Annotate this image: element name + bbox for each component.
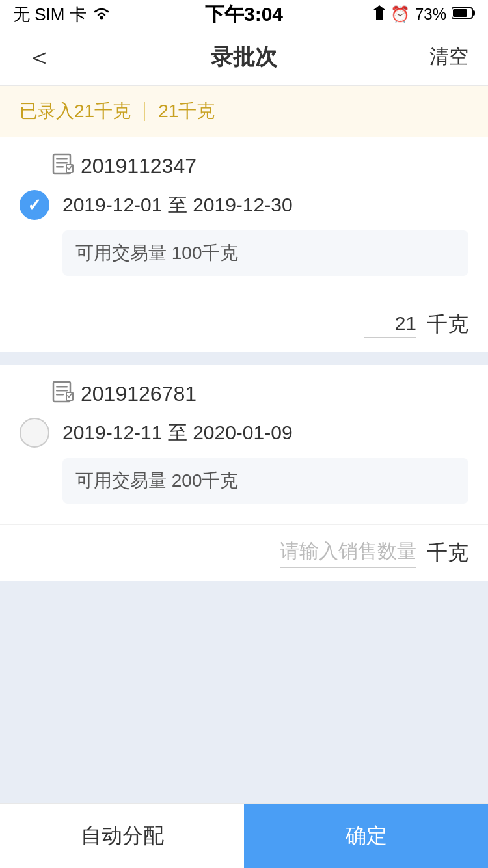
total-amount: 21千克 [158, 99, 215, 124]
section-divider [0, 352, 488, 365]
radio-2[interactable] [20, 418, 49, 448]
nav-bar: ＜ 录批次 清空 [0, 29, 488, 86]
batch-volume-1: 可用交易量 100千克 [62, 230, 468, 276]
batch-date-row-1[interactable]: 2019-12-01 至 2019-12-30 [20, 190, 468, 220]
input-placeholder-text: 请输入销售数量 [280, 540, 416, 562]
status-right: ⏰ 73% [373, 5, 475, 23]
radio-1[interactable] [20, 190, 49, 220]
info-banner: 已录入21千克 21千克 [0, 86, 488, 137]
svg-rect-7 [56, 166, 64, 168]
input-unit-2: 千克 [427, 539, 468, 567]
confirm-button[interactable]: 确定 [244, 804, 488, 868]
svg-rect-2 [472, 10, 475, 16]
svg-rect-6 [56, 162, 68, 164]
svg-rect-11 [56, 390, 68, 392]
batch-date-text-1: 2019-12-01 至 2019-12-30 [62, 192, 293, 219]
batch-card-1: 2019112347 2019-12-01 至 2019-12-30 可用交易量… [0, 137, 488, 352]
wifi-icon [92, 5, 111, 25]
battery-icon [452, 5, 475, 23]
batch-date-text-2: 2019-12-11 至 2020-01-09 [62, 420, 293, 446]
svg-point-0 [100, 16, 103, 19]
bottom-bar: 自动分配 确定 [0, 803, 488, 868]
quantity-unit-1: 千克 [427, 310, 468, 339]
batch-card-2: 2019126781 2019-12-11 至 2020-01-09 可用交易量… [0, 365, 488, 581]
batch-date-row-2[interactable]: 2019-12-11 至 2020-01-09 [20, 418, 468, 448]
clear-button[interactable]: 清空 [429, 44, 468, 70]
page-title: 录批次 [211, 42, 277, 72]
batch-id-row-1: 2019112347 [20, 153, 468, 180]
batch-id-row-2: 2019126781 [20, 381, 468, 407]
sim-status: 无 SIM 卡 [13, 3, 87, 26]
batch-id-text-1: 2019112347 [81, 154, 197, 178]
status-time: 下午3:04 [205, 1, 283, 28]
quantity-value: 21 [364, 312, 416, 338]
auto-distribute-button[interactable]: 自动分配 [0, 804, 244, 868]
quantity-input-2[interactable]: 请输入销售数量 [280, 538, 416, 568]
svg-rect-12 [56, 394, 64, 396]
svg-rect-10 [56, 386, 68, 388]
batch-doc-icon-2 [52, 381, 74, 407]
quantity-number: 21 [395, 312, 416, 334]
alarm-icon: ⏰ [390, 5, 410, 23]
status-bar: 无 SIM 卡 下午3:04 ⏰ 73% [0, 0, 488, 29]
location-icon [373, 5, 385, 23]
svg-rect-3 [453, 9, 467, 17]
svg-rect-5 [56, 158, 68, 160]
input-row-2: 请输入销售数量 千克 [0, 524, 488, 581]
batch-id-text-2: 2019126781 [81, 382, 197, 406]
batch-volume-2: 可用交易量 200千克 [62, 458, 468, 504]
battery-percent: 73% [415, 5, 446, 23]
quantity-row-1: 21 千克 [0, 297, 488, 352]
recorded-amount: 已录入21千克 [20, 99, 131, 124]
batch-doc-icon-1 [52, 153, 74, 180]
info-divider [144, 102, 145, 121]
back-button[interactable]: ＜ [20, 33, 59, 81]
status-left: 无 SIM 卡 [13, 3, 111, 26]
